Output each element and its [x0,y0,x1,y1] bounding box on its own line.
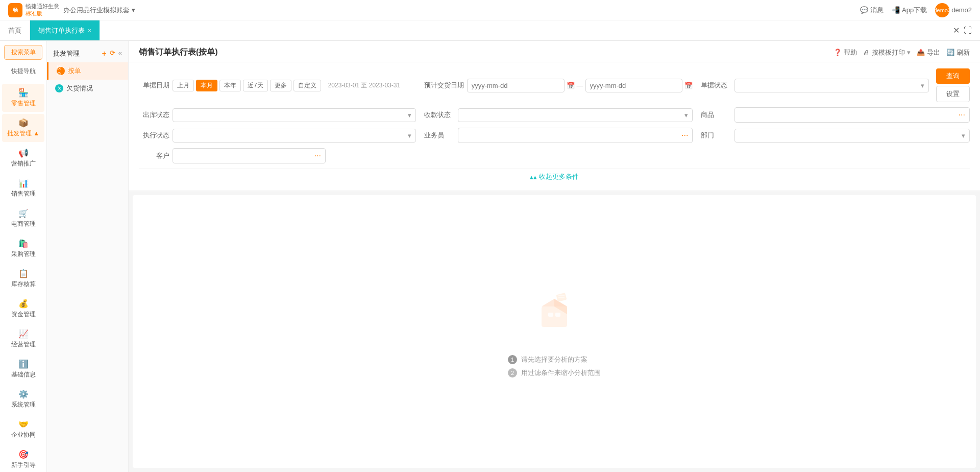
sidebar-item-inventory[interactable]: 📋 库存核算 [2,265,44,293]
sidebar-item-newbie[interactable]: 🎯 新手引导 [2,445,44,472]
help-icon: ❓ [834,49,842,56]
payment-status-select[interactable]: ▾ [458,108,693,122]
sidebar-item-newbie-label: 新手引导 [11,461,36,469]
logo-text: 畅捷通好生意 标准版 [26,3,59,16]
sidebar-item-inventory-label: 库存核算 [11,280,36,289]
sidebar-item-basic[interactable]: ℹ️ 基础信息 [2,355,44,383]
user-menu[interactable]: demo2 demo2 [935,3,972,17]
export-icon: 📤 [917,49,925,56]
sidebar-search-area: 搜索菜单 [0,41,46,64]
tab-home[interactable]: 首页 [0,20,30,40]
filter-ship-col: 出库状态 ▾ [139,108,416,122]
svg-rect-3 [548,313,553,317]
period-more[interactable]: 更多 [270,80,291,91]
search-menu-button[interactable]: 搜索菜单 [4,45,42,60]
customer-label: 客户 [139,151,169,160]
expected-delivery-start[interactable] [467,79,565,92]
sidebar-item-marketing[interactable]: 📢 营销推广 [2,144,44,172]
tab-close-button[interactable]: × [88,27,91,34]
help-button[interactable]: ❓ 帮助 [834,48,857,57]
department-select[interactable]: ▾ [734,129,970,143]
customer-input[interactable]: ··· [173,148,326,163]
doc-status-select[interactable]: ▾ [734,79,929,92]
sidebar-item-retail-label: 零售管理 [11,99,36,108]
period-custom[interactable]: 自定义 [293,80,321,91]
doc-status-chevron: ▾ [921,82,924,89]
sub-sidebar-refresh-button[interactable]: ⟳ [110,49,115,58]
sidebar-item-wholesale[interactable]: 📦 批发管理 ▲ [2,114,44,142]
content-area: 销售订单执行表(按单) ❓ 帮助 🖨 按模板打印 ▾ 📤 导出 🔄 刷新 [129,41,980,472]
sidebar-item-ecommerce[interactable]: 🛒 电商管理 [2,204,44,232]
sidebar-item-enterprise[interactable]: 🤝 企业协同 [2,415,44,443]
sidebar-quick-nav[interactable]: 快捷导航 [0,64,46,79]
breadcrumb: 办公用品行业模拟账套 ▾ [63,6,135,15]
sidebar-item-retail[interactable]: 🏪 零售管理 [2,84,44,112]
empty-tips: 1 请先选择要分析的方案 2 用过滤条件来缩小分析范围 [508,355,601,377]
exec-status-label: 执行状态 [139,131,169,140]
tip-num-2: 2 [508,368,517,377]
exec-status-select[interactable]: ▾ [173,129,416,143]
filter-area: 单据日期 上月 本月 本年 近7天 更多 自定义 2023-03-01 至 20… [129,62,980,191]
empty-tip-1: 1 请先选择要分析的方案 [508,355,601,364]
refresh-button[interactable]: 🔄 刷新 [946,48,970,57]
filter-row-2: 出库状态 ▾ 收款状态 ▾ 商品 ··· [139,107,970,123]
ecommerce-icon: 🛒 [18,208,29,218]
tab-maximize-button[interactable]: ⛶ [964,26,972,35]
empty-tip-2: 2 用过滤条件来缩小分析范围 [508,368,601,377]
tab-bar-actions: ✕ ⛶ [953,26,980,35]
query-button[interactable]: 查询 [936,68,970,84]
settings-button[interactable]: 设置 [936,86,970,102]
logo-area: 畅 畅捷通好生意 标准版 [8,3,59,17]
basic-icon: ℹ️ [18,359,29,369]
app-download-button[interactable]: 📲 App下载 [892,6,927,15]
payment-status-label: 收款状态 [424,110,455,120]
sidebar-item-wholesale-label: 批发管理 ▲ [7,129,39,138]
tab-bar: 首页 销售订单执行表 × ✕ ⛶ [0,20,980,41]
page-title: 销售订单执行表(按单) [139,47,218,58]
sub-sidebar-add-button[interactable]: + [102,49,106,58]
inventory-icon: 📋 [18,269,29,278]
print-dropdown-icon[interactable]: ▾ [907,49,911,56]
filter-row-1: 单据日期 上月 本月 本年 近7天 更多 自定义 2023-03-01 至 20… [139,68,970,102]
salesperson-dots[interactable]: ··· [681,131,688,140]
enterprise-icon: 🤝 [18,419,29,429]
main-layout: 搜索菜单 快捷导航 🏪 零售管理 📦 批发管理 ▲ 📢 营销推广 📊 销售管理 … [0,41,980,472]
product-input[interactable]: ··· [734,107,970,123]
breadcrumb-dropdown-icon[interactable]: ▾ [132,6,135,14]
sub-sidebar-title: 批发管理 [53,49,80,58]
expected-delivery-end[interactable] [585,79,683,92]
messages-button[interactable]: 💬 消息 [860,6,884,15]
sidebar-item-system[interactable]: ⚙️ 系统管理 [2,385,44,413]
tab-active-label: 销售订单执行表 [38,26,85,35]
sidebar-item-sales[interactable]: 📊 销售管理 [2,174,44,202]
sub-sidebar-item-order[interactable]: 按单 按单 [47,62,128,80]
export-button[interactable]: 📤 导出 [917,48,940,57]
operations-icon: 📈 [18,329,29,339]
finance-icon: 💰 [18,299,29,309]
period-last-month[interactable]: 上月 [173,80,194,91]
tab-close-window-button[interactable]: ✕ [953,26,960,35]
sub-sidebar-collapse-button[interactable]: « [118,49,122,58]
salesperson-input[interactable]: ··· [458,128,693,143]
calendar-end-icon[interactable]: 📅 [684,82,693,89]
app-download-icon: 📲 [892,6,900,14]
period-last7days[interactable]: 近7天 [243,80,268,91]
calendar-start-icon[interactable]: 📅 [567,82,575,89]
sidebar-item-sales-label: 销售管理 [11,190,36,198]
customer-dots[interactable]: ··· [314,151,321,160]
tab-active[interactable]: 销售订单执行表 × [30,20,100,40]
sidebar-item-finance[interactable]: 💰 资金管理 [2,295,44,323]
sub-sidebar-item-debt[interactable]: 欠 欠货情况 [47,80,128,97]
sidebar-item-operations[interactable]: 📈 经营管理 [2,325,44,353]
sidebar-item-purchase[interactable]: 🛍️ 采购管理 [2,234,44,263]
collapse-button[interactable]: ▴▴ 收起更多条件 [530,172,579,181]
product-dots[interactable]: ··· [959,110,965,120]
sub-sidebar-item-order-label: 按单 [68,66,81,76]
date-range-display: 2023-03-01 至 2023-03-31 [328,81,400,90]
svg-rect-4 [555,313,560,317]
ship-status-select[interactable]: ▾ [173,108,416,122]
top-bar-right: 💬 消息 📲 App下载 demo2 demo2 [860,3,972,17]
period-this-year[interactable]: 本年 [219,80,241,91]
period-this-month[interactable]: 本月 [196,80,217,91]
print-button[interactable]: 🖨 按模板打印 ▾ [863,48,911,57]
